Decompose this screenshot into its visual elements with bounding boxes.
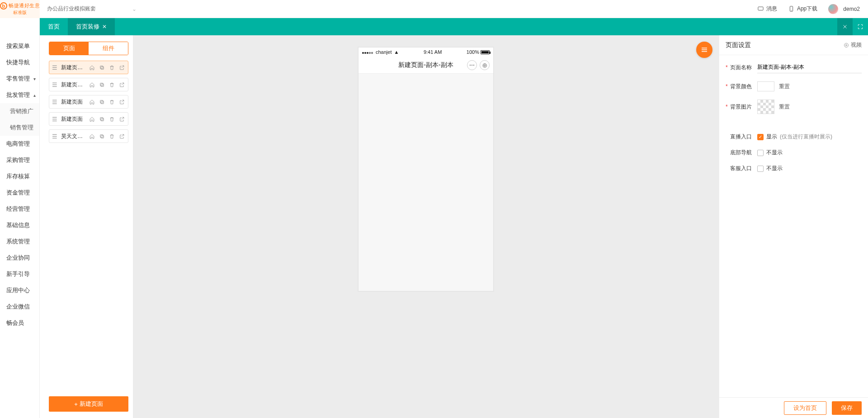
carrier-label: chanjet [376,49,392,55]
service-entry-checkbox[interactable] [757,166,764,172]
page-name-input[interactable] [757,62,862,73]
page-item[interactable]: ☰新建页面 [49,95,128,109]
nav-item[interactable]: 经营管理 [0,201,39,217]
phone-time: 9:41 AM [424,49,442,55]
settings-footer: 设为首页 保存 [719,397,868,418]
nav-item[interactable]: 资金管理 [0,185,39,201]
copy-icon[interactable] [98,81,105,88]
drag-icon[interactable]: ☰ [51,116,58,123]
nav-item[interactable]: 搜索菜单 [0,38,39,54]
external-icon[interactable] [118,98,125,105]
page-item[interactable]: ☰新建页面-副本 [49,78,128,91]
nav-item[interactable]: 企业微信 [0,299,39,315]
plus-icon: + [74,401,78,408]
page-item[interactable]: ☰新建页面-副本... [49,61,128,74]
live-entry-show: 显示 [766,133,777,141]
nav-item[interactable]: 批发管理▴ [0,87,39,103]
nav-item[interactable]: 畅会员 [0,315,39,331]
svg-rect-9 [100,117,103,120]
delete-icon[interactable] [108,98,115,105]
page-component-segment: 页面 组件 [49,42,128,55]
copy-icon[interactable] [98,115,105,123]
nav-item[interactable]: 快捷导航 [0,54,39,71]
nav-item[interactable]: 电商管理 [0,136,39,152]
tab-decor-label: 首页装修 [76,23,99,31]
svg-rect-5 [100,83,103,86]
drag-icon[interactable]: ☰ [51,64,58,71]
bg-color-swatch[interactable] [757,81,774,91]
copy-icon[interactable] [98,98,105,105]
copy-icon[interactable] [98,133,105,140]
play-icon [844,43,849,48]
page-item-name: 新建页面-副本 [61,81,85,89]
nav-subitem[interactable]: 销售管理 [0,119,39,136]
external-icon[interactable] [118,133,125,140]
messages-action[interactable]: 消息 [757,5,777,13]
nav-item[interactable]: 库存核算 [0,168,39,185]
svg-rect-3 [100,66,103,68]
bg-image-swatch[interactable] [757,100,774,114]
save-button[interactable]: 保存 [832,401,862,415]
nav-item[interactable]: 应用中心 [0,282,39,299]
nav-item[interactable]: 新手引导 [0,266,39,282]
app-download-action[interactable]: App下载 [788,5,817,13]
bg-image-reset[interactable]: 重置 [779,103,790,111]
external-icon[interactable] [118,81,125,88]
drag-icon[interactable]: ☰ [51,133,58,140]
close-icon[interactable]: ✕ [102,24,107,30]
tab-home-label: 首页 [48,23,60,31]
external-icon[interactable] [118,115,125,123]
target-icon[interactable]: ◎ [480,60,490,70]
account-select[interactable]: 办公品行业模拟账套 ⌄ [47,5,137,13]
home-icon[interactable] [88,64,95,71]
topbar: b 畅捷通好生意 标准版 办公品行业模拟账套 ⌄ 消息 App下载 demo2 [0,0,868,18]
bottom-nav-checkbox[interactable] [757,150,764,156]
home-icon[interactable] [88,98,95,105]
nav-item[interactable]: 采购管理 [0,152,39,168]
svg-rect-6 [101,101,104,104]
more-icon[interactable]: ⋯ [467,60,477,70]
phone-preview: chanjet ▲ 9:41 AM 100% 新建页面-副本-副本 ⋯ ◎ [358,47,494,291]
nav-item[interactable]: 企业协同 [0,250,39,266]
nav-item[interactable]: 系统管理 [0,233,39,250]
video-help[interactable]: 视频 [844,41,862,49]
copy-icon[interactable] [98,64,105,71]
delete-icon[interactable] [108,115,115,123]
page-item[interactable]: ☰新建页面 [49,112,128,126]
page-item[interactable]: ☰昊天文具店 [49,129,128,143]
brand-logo[interactable]: b 畅捷通好生意 标准版 [0,0,40,18]
nav-item[interactable]: 基础信息 [0,217,39,233]
phone-body[interactable] [359,74,493,291]
segment-component[interactable]: 组件 [89,42,128,55]
tab-decor[interactable]: 首页装修 ✕ [68,18,115,35]
service-entry-label: 客服入口 [730,165,757,172]
tab-fullscreen[interactable] [853,18,868,35]
new-page-button[interactable]: + 新建页面 [49,396,128,412]
canvas: chanjet ▲ 9:41 AM 100% 新建页面-副本-副本 ⋯ ◎ [133,35,719,418]
home-icon[interactable] [88,133,95,140]
drag-icon[interactable]: ☰ [51,81,58,88]
delete-icon[interactable] [108,81,115,88]
nav-subitem[interactable]: 营销推广 [0,103,39,119]
bg-image-label: 背景图片 [730,103,757,111]
home-icon[interactable] [88,115,95,123]
app-download-label: App下载 [797,5,817,13]
user-menu[interactable]: demo2 [828,4,860,14]
set-home-button[interactable]: 设为首页 [784,401,826,415]
drag-icon[interactable]: ☰ [51,99,58,105]
field-live-entry: 直播入口 ✓ 显示 (仅当进行直播时展示) [726,133,862,141]
field-service-entry: 客服入口 不显示 [726,165,862,172]
external-icon[interactable] [118,64,125,71]
signal-icon [362,49,373,55]
nav-item[interactable]: 零售管理▾ [0,71,39,87]
delete-icon[interactable] [108,64,115,71]
home-icon[interactable] [88,81,95,88]
tab-home[interactable]: 首页 [40,18,68,35]
segment-page[interactable]: 页面 [49,42,89,55]
bg-color-reset[interactable]: 重置 [779,83,790,90]
tab-close-all[interactable] [837,18,853,35]
canvas-menu-fab[interactable] [696,42,712,58]
page-item-name: 新建页面-副本... [61,64,85,71]
live-entry-checkbox[interactable]: ✓ [757,134,764,140]
delete-icon[interactable] [108,133,115,140]
